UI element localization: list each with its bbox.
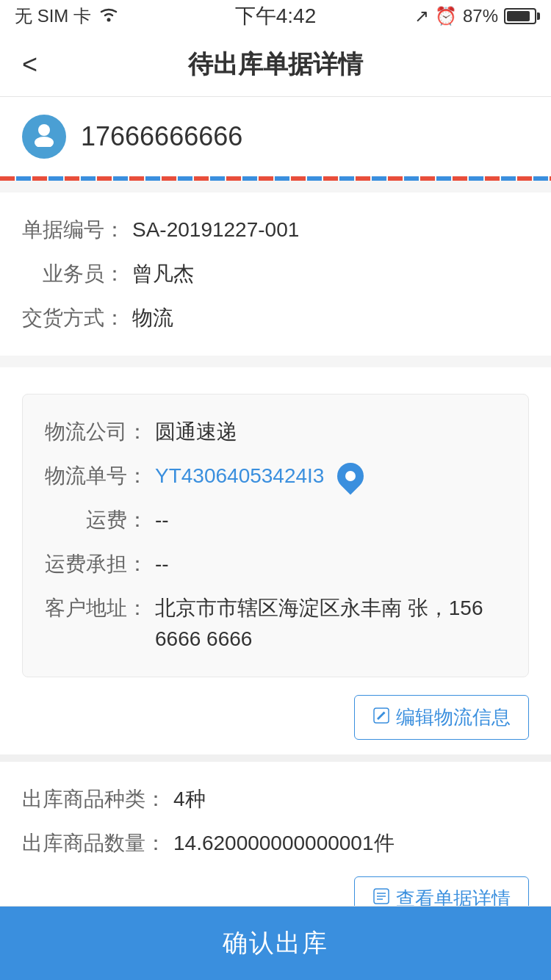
item-kind-label: 出库商品种类： — [22, 784, 166, 815]
item-qty-label: 出库商品数量： — [22, 828, 166, 859]
item-kind-row: 出库商品种类： 4种 — [22, 784, 529, 815]
document-number-value: SA-20191227-001 — [132, 215, 529, 245]
location-pin-icon[interactable] — [332, 458, 370, 495]
tracking-row: 物流单号： YT43064053424I3 — [45, 461, 506, 491]
address-row: 客户地址： 北京市市辖区海淀区永丰南 张，156 6666 6666 — [45, 593, 506, 655]
document-number-label: 单据编号： — [22, 215, 125, 245]
avatar-icon — [31, 120, 57, 153]
freight-bearer-row: 运费承担： -- — [45, 549, 506, 580]
dashed-divider — [0, 176, 551, 181]
status-bar: 无 SIM 卡 下午4:42 ↗ ⏰ 87% — [0, 0, 551, 32]
tracking-value: YT43064053424I3 — [155, 461, 506, 491]
address-value: 北京市市辖区海淀区永丰南 张，156 6666 6666 — [155, 593, 506, 655]
svg-point-1 — [38, 124, 50, 136]
status-right: ↗ ⏰ 87% — [414, 6, 536, 26]
tracking-label: 物流单号： — [45, 461, 148, 491]
sales-person-value: 曾凡杰 — [132, 259, 529, 289]
logistics-company-label: 物流公司： — [45, 417, 148, 447]
nav-bar: < 待出库单据详情 — [0, 32, 551, 97]
delivery-method-row: 交货方式： 物流 — [22, 303, 529, 334]
confirm-btn-wrap: 确认出库 — [0, 906, 551, 980]
edit-logistics-row: 编辑物流信息 — [22, 695, 529, 740]
battery-percent: 87% — [463, 6, 498, 26]
edit-logistics-label: 编辑物流信息 — [396, 705, 511, 730]
page-title: 待出库单据详情 — [188, 48, 363, 82]
freight-value: -- — [155, 505, 506, 536]
svg-point-2 — [35, 137, 54, 147]
delivery-method-label: 交货方式： — [22, 303, 125, 334]
avatar — [22, 115, 66, 159]
customer-header: 17666666666 — [0, 97, 551, 176]
document-number-row: 单据编号： SA-20191227-001 — [22, 215, 529, 245]
logistics-company-value: 圆通速递 — [155, 417, 506, 447]
section-divider — [0, 754, 551, 762]
wifi-icon — [98, 6, 119, 26]
logistics-card: 物流公司： 圆通速递 物流单号： YT43064053424I3 运费： -- … — [22, 394, 529, 677]
freight-bearer-value: -- — [155, 549, 506, 580]
item-qty-value: 14.620000000000001件 — [173, 828, 529, 859]
location-icon: ↗ — [414, 6, 429, 26]
edit-icon — [372, 707, 390, 729]
logistics-company-row: 物流公司： 圆通速递 — [45, 417, 506, 447]
freight-row: 运费： -- — [45, 505, 506, 536]
item-qty-row: 出库商品数量： 14.620000000000001件 — [22, 828, 529, 859]
freight-label: 运费： — [45, 505, 148, 536]
sales-person-row: 业务员： 曾凡杰 — [22, 259, 529, 289]
confirm-outbound-button[interactable]: 确认出库 — [0, 907, 551, 980]
status-left: 无 SIM 卡 — [15, 4, 119, 28]
logistics-section: 物流公司： 圆通速递 物流单号： YT43064053424I3 运费： -- … — [0, 367, 551, 754]
main-content: 17666666666 单据编号： SA-20191227-001 业务员： 曾… — [0, 97, 551, 980]
customer-phone: 17666666666 — [81, 121, 242, 152]
delivery-method-value: 物流 — [132, 303, 529, 334]
sales-person-label: 业务员： — [22, 259, 125, 289]
carrier-label: 无 SIM 卡 — [15, 4, 91, 28]
edit-logistics-button[interactable]: 编辑物流信息 — [354, 695, 529, 740]
battery-icon — [504, 8, 536, 24]
alarm-icon: ⏰ — [435, 6, 457, 26]
svg-point-0 — [107, 18, 111, 22]
address-label: 客户地址： — [45, 593, 148, 624]
back-button[interactable]: < — [22, 49, 37, 80]
item-kind-value: 4种 — [173, 784, 529, 815]
order-info-section: 单据编号： SA-20191227-001 业务员： 曾凡杰 交货方式： 物流 — [0, 192, 551, 356]
freight-bearer-label: 运费承担： — [45, 549, 148, 580]
status-time: 下午4:42 — [235, 2, 317, 30]
